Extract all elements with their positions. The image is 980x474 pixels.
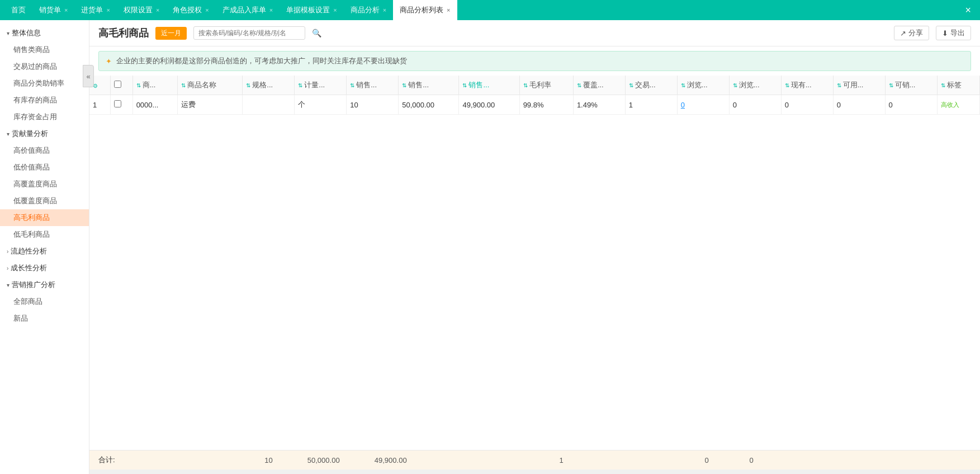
- data-table: ⚙ ⇅商... ⇅商品名称 ⇅规格... ⇅计量... ⇅销售... ⇅销售..…: [89, 76, 980, 115]
- col-name[interactable]: ⇅商品名称: [178, 76, 243, 95]
- nav-sales-order[interactable]: 销货单 ×: [32, 0, 74, 20]
- col-sale-amount[interactable]: ⇅销售...: [399, 76, 459, 95]
- sidebar: ▾ 整体信息 销售类商品 交易过的商品 商品分类助销率 有库存的商品 库存资金占…: [0, 20, 89, 474]
- nav-product-analysis-list-close[interactable]: ×: [447, 7, 450, 13]
- cell-code: 0000...: [132, 95, 178, 115]
- cell-seq: 1: [89, 95, 110, 115]
- cell-browse2: 0: [729, 95, 781, 115]
- col-check[interactable]: [110, 76, 132, 95]
- col-unit[interactable]: ⇅计量...: [295, 76, 347, 95]
- sidebar-item-all-products[interactable]: 全部商品: [0, 293, 89, 310]
- share-icon: ↗: [900, 29, 906, 37]
- col-sale-profit[interactable]: ⇅销售...: [459, 76, 519, 95]
- cell-margin: 99.8%: [519, 95, 573, 115]
- nav-product-inbound[interactable]: 产成品入库单 ×: [216, 0, 280, 20]
- cell-sellable: 0: [885, 95, 937, 115]
- nav-role-auth-close[interactable]: ×: [205, 7, 209, 13]
- sidebar-item-high-coverage[interactable]: 高覆盖度商品: [0, 176, 89, 193]
- nav-purchase-order[interactable]: 进货单 ×: [74, 0, 116, 20]
- col-sale-qty[interactable]: ⇅销售...: [347, 76, 399, 95]
- sidebar-item-category-rate[interactable]: 商品分类助销率: [0, 75, 89, 92]
- search-button[interactable]: 🔍: [312, 29, 321, 37]
- sidebar-item-new-products[interactable]: 新品: [0, 310, 89, 327]
- col-margin[interactable]: ⇅毛利率: [519, 76, 573, 95]
- sidebar-item-high-value[interactable]: 高价值商品: [0, 142, 89, 159]
- nav-product-analysis-list[interactable]: 商品分析列表 ×: [393, 0, 457, 20]
- cell-spec: [243, 95, 295, 115]
- sidebar-group-growth[interactable]: › 成长性分析: [0, 260, 89, 276]
- nav-product-analysis[interactable]: 商品分析 ×: [344, 0, 393, 20]
- footer-available: 0: [712, 456, 757, 464]
- content-area: 高毛利商品 近一月 🔍 ↗ 分享 ⬇ 导出 ✦ 企业的主要的利润都是这部分商品创…: [89, 20, 980, 474]
- nav-template-settings-close[interactable]: ×: [333, 7, 337, 13]
- col-code[interactable]: ⇅商...: [132, 76, 178, 95]
- footer-sale-profit: 49,900.00: [343, 456, 410, 464]
- nav-product-inbound-close[interactable]: ×: [269, 7, 273, 13]
- cell-coverage: 1.49%: [573, 95, 625, 115]
- contribution-group-arrow: ▾: [7, 131, 10, 137]
- cell-trade: 1: [625, 95, 677, 115]
- sidebar-item-low-margin[interactable]: 低毛利商品: [0, 226, 89, 243]
- col-browse1[interactable]: ⇅浏览...: [677, 76, 729, 95]
- search-input[interactable]: [193, 26, 305, 40]
- nav-role-auth[interactable]: 角色授权 ×: [166, 0, 215, 20]
- page-title: 高毛利商品: [98, 26, 149, 40]
- sidebar-item-high-margin[interactable]: 高毛利商品: [0, 209, 89, 226]
- sidebar-group-contribution[interactable]: ▾ 贡献量分析: [0, 125, 89, 142]
- row-checkbox[interactable]: [114, 100, 121, 107]
- sidebar-item-stock-capital[interactable]: 库存资金占用: [0, 109, 89, 125]
- sidebar-item-sales-products[interactable]: 销售类商品: [0, 41, 89, 58]
- col-browse2[interactable]: ⇅浏览...: [729, 76, 781, 95]
- export-icon: ⬇: [942, 29, 948, 37]
- growth-group-arrow: ›: [7, 265, 8, 271]
- scrollbar-inner: [89, 470, 980, 474]
- content-header: 高毛利商品 近一月 🔍 ↗ 分享 ⬇ 导出: [89, 20, 980, 46]
- main-area: ▾ 整体信息 销售类商品 交易过的商品 商品分类助销率 有库存的商品 库存资金占…: [0, 20, 980, 474]
- nav-purchase-order-close[interactable]: ×: [106, 7, 110, 13]
- sidebar-collapse-button[interactable]: «: [83, 65, 94, 87]
- nav-product-analysis-close[interactable]: ×: [383, 7, 386, 13]
- footer-label: 合计:: [98, 455, 115, 465]
- col-spec[interactable]: ⇅规格...: [243, 76, 295, 95]
- nav-template-settings[interactable]: 单据模板设置 ×: [280, 0, 343, 20]
- footer-sale-qty: 10: [231, 456, 276, 464]
- footer-current: 0: [667, 456, 712, 464]
- top-navigation: 首页 销货单 × 进货单 × 权限设置 × 角色授权 × 产成品入库单 × 单据…: [0, 0, 980, 20]
- window-close-button[interactable]: ×: [960, 4, 976, 16]
- footer-summary: 合计: 10 50,000.00 49,900.00 1 0 0: [89, 450, 980, 470]
- col-tag[interactable]: ⇅标签: [937, 76, 979, 95]
- cell-browse1[interactable]: 0: [677, 95, 729, 115]
- footer-trade: 1: [522, 456, 567, 464]
- col-trade[interactable]: ⇅交易...: [625, 76, 677, 95]
- tag-badge: 高收入: [941, 101, 959, 108]
- nav-sales-order-close[interactable]: ×: [64, 7, 68, 13]
- col-current[interactable]: ⇅现有...: [781, 76, 833, 95]
- sidebar-group-trend[interactable]: › 流趋性分析: [0, 243, 89, 260]
- sidebar-item-in-stock[interactable]: 有库存的商品: [0, 92, 89, 109]
- cell-name: 运费: [178, 95, 243, 115]
- col-coverage[interactable]: ⇅覆盖...: [573, 76, 625, 95]
- select-all-checkbox[interactable]: [114, 81, 121, 88]
- nav-home[interactable]: 首页: [4, 0, 32, 20]
- sidebar-group-overall[interactable]: ▾ 整体信息: [0, 25, 89, 41]
- sidebar-item-low-value[interactable]: 低价值商品: [0, 159, 89, 176]
- sidebar-item-low-coverage[interactable]: 低覆盖度商品: [0, 193, 89, 209]
- nav-permission-settings-close[interactable]: ×: [156, 7, 159, 13]
- share-button[interactable]: ↗ 分享: [894, 26, 929, 40]
- export-button[interactable]: ⬇ 导出: [936, 26, 971, 40]
- col-available[interactable]: ⇅可用...: [833, 76, 885, 95]
- filter-button[interactable]: 近一月: [155, 27, 187, 40]
- sidebar-group-marketing[interactable]: ▾ 营销推广分析: [0, 276, 89, 293]
- cell-check[interactable]: [110, 95, 132, 115]
- overall-group-arrow: ▾: [7, 30, 10, 36]
- trend-group-arrow: ›: [7, 248, 8, 255]
- horizontal-scrollbar[interactable]: [89, 470, 980, 474]
- sidebar-item-traded-products[interactable]: 交易过的商品: [0, 58, 89, 75]
- table-container: ⚙ ⇅商... ⇅商品名称 ⇅规格... ⇅计量... ⇅销售... ⇅销售..…: [89, 76, 980, 450]
- table-header-row: ⚙ ⇅商... ⇅商品名称 ⇅规格... ⇅计量... ⇅销售... ⇅销售..…: [89, 76, 980, 95]
- table-row: 1 0000... 运费 个 10 50,000.00 49,900.00 99…: [89, 95, 980, 115]
- nav-permission-settings[interactable]: 权限设置 ×: [117, 0, 166, 20]
- cell-sale-amount: 50,000.00: [399, 95, 459, 115]
- info-icon: ✦: [106, 57, 112, 65]
- col-sellable[interactable]: ⇅可销...: [885, 76, 937, 95]
